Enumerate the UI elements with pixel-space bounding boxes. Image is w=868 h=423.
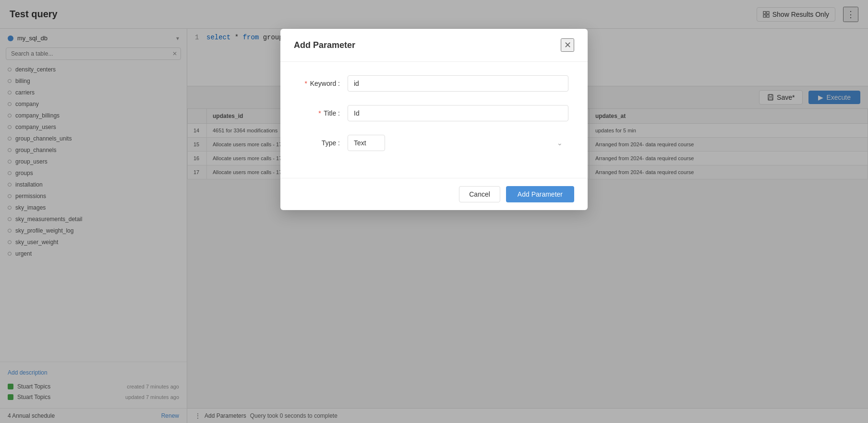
keyword-required: * bbox=[304, 80, 307, 87]
add-parameter-button[interactable]: Add Parameter bbox=[506, 186, 574, 202]
type-select-wrapper: Text Number Date Boolean ⌄ bbox=[348, 135, 568, 151]
chevron-down-icon: ⌄ bbox=[557, 139, 563, 147]
type-label: Type : bbox=[300, 139, 348, 147]
title-input[interactable] bbox=[348, 105, 568, 121]
modal-overlay[interactable]: Add Parameter ✕ * Keyword : * Title : bbox=[0, 0, 868, 423]
keyword-label: * Keyword : bbox=[300, 80, 348, 87]
title-label: * Title : bbox=[300, 109, 348, 117]
title-required: * bbox=[318, 109, 321, 117]
modal-header: Add Parameter ✕ bbox=[280, 29, 588, 62]
type-select[interactable]: Text Number Date Boolean bbox=[348, 135, 385, 151]
type-row: Type : Text Number Date Boolean ⌄ bbox=[300, 135, 568, 151]
add-parameter-modal: Add Parameter ✕ * Keyword : * Title : bbox=[280, 29, 588, 210]
keyword-input[interactable] bbox=[348, 75, 568, 92]
cancel-button[interactable]: Cancel bbox=[459, 186, 500, 202]
keyword-row: * Keyword : bbox=[300, 75, 568, 92]
modal-title: Add Parameter bbox=[294, 40, 355, 50]
close-button[interactable]: ✕ bbox=[561, 38, 574, 52]
close-icon: ✕ bbox=[564, 40, 571, 50]
modal-footer: Cancel Add Parameter bbox=[280, 178, 588, 210]
modal-body: * Keyword : * Title : Type : bbox=[280, 62, 588, 178]
title-row: * Title : bbox=[300, 105, 568, 121]
